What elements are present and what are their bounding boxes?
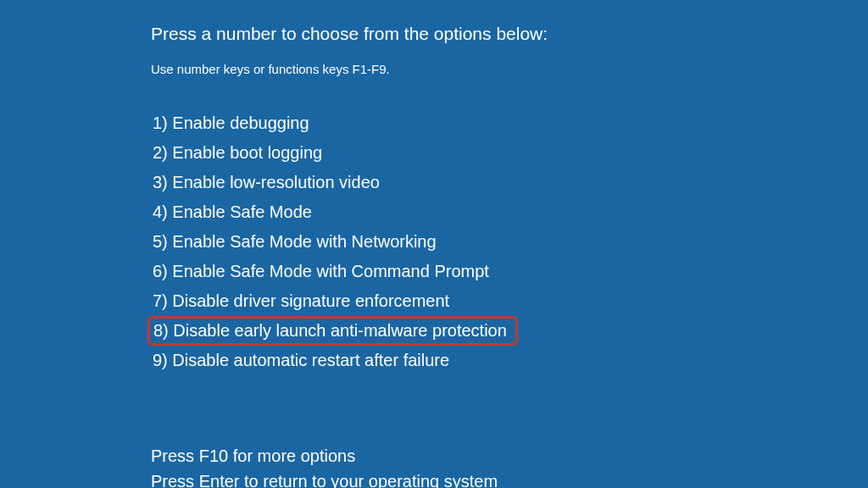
option-6[interactable]: 6) Enable Safe Mode with Command Prompt (147, 257, 496, 286)
option-2[interactable]: 2) Enable boot logging (147, 138, 329, 168)
option-9[interactable]: 9) Disable automatic restart after failu… (147, 346, 456, 375)
option-8[interactable]: 8) Disable early launch anti-malware pro… (147, 316, 518, 346)
option-1[interactable]: 1) Enable debugging (147, 108, 316, 138)
footer-more-options: Press F10 for more options (151, 443, 868, 469)
startup-settings-screen: Press a number to choose from the option… (0, 0, 868, 488)
option-7[interactable]: 7) Disable driver signature enforcement (147, 286, 456, 316)
sub-instruction-text: Use number keys or functions keys F1-F9. (151, 61, 868, 78)
footer-return: Press Enter to return to your operating … (151, 469, 868, 488)
instruction-text: Press a number to choose from the option… (151, 22, 868, 46)
option-4[interactable]: 4) Enable Safe Mode (147, 197, 319, 227)
options-list: 1) Enable debugging2) Enable boot loggin… (151, 108, 868, 375)
footer-instructions: Press F10 for more options Press Enter t… (151, 443, 868, 488)
option-3[interactable]: 3) Enable low-resolution video (147, 168, 387, 197)
option-5[interactable]: 5) Enable Safe Mode with Networking (147, 227, 443, 257)
